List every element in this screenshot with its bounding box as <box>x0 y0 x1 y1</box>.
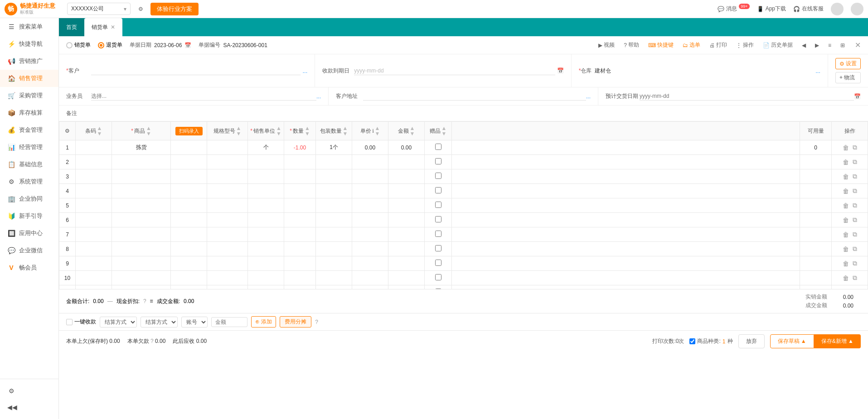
customer-dots[interactable]: ... <box>302 67 307 74</box>
online-service-button[interactable]: 🎧 在线客服 <box>793 5 824 13</box>
delete-row-icon[interactable]: 🗑 <box>843 159 849 166</box>
sidebar-item-member[interactable]: V 畅会员 <box>0 259 58 276</box>
warehouse-dots[interactable]: ... <box>815 67 820 74</box>
copy-row-icon[interactable]: ⧉ <box>853 216 857 224</box>
app-download-button[interactable]: 📱 App下载 <box>757 5 786 13</box>
sidebar-item-basic[interactable]: 📋 基础信息 <box>0 156 58 173</box>
company-selector[interactable]: XXXXXX公司 ▾ <box>67 3 131 15</box>
help-button[interactable]: ? 帮助 <box>621 40 642 50</box>
product-type-field[interactable]: 商品种类: 1 种 <box>689 337 732 345</box>
due-date-input[interactable] <box>354 67 555 75</box>
sidebar-item-finance[interactable]: 💰 资金管理 <box>0 121 58 139</box>
gear-icon[interactable]: ⚙ <box>134 3 147 15</box>
sidebar-item-purchase[interactable]: 🛒 采购管理 <box>0 87 58 104</box>
calendar-icon[interactable]: 📅 <box>184 42 191 48</box>
row-remark[interactable] <box>452 140 800 155</box>
sidebar-collapse[interactable]: ◀◀ <box>0 399 58 415</box>
sidebar-item-system[interactable]: ⚙ 系统管理 <box>0 173 58 190</box>
remark-input[interactable] <box>82 109 861 117</box>
row-amount[interactable]: 0.00 <box>388 140 425 155</box>
col-scan-header[interactable]: 扫码录入 <box>171 122 207 140</box>
sidebar-item-inventory[interactable]: 📦 库存核算 <box>0 104 58 121</box>
sidebar-item-sales[interactable]: 🏠 销售管理 <box>0 70 58 87</box>
salesperson-input[interactable] <box>91 92 316 101</box>
customer-address-dots[interactable]: ... <box>586 93 591 100</box>
row-gift[interactable] <box>425 140 452 155</box>
row-unit[interactable]: 个 <box>248 140 284 155</box>
next-button[interactable]: ▶ <box>812 41 822 50</box>
customer-address-input[interactable] <box>363 92 586 101</box>
copy-row-icon[interactable]: ⧉ <box>853 144 857 151</box>
copy-row-icon[interactable]: ⧉ <box>853 173 857 180</box>
tab-home[interactable]: 首页 <box>59 18 84 36</box>
expense-split-button[interactable]: 费用分摊 <box>280 316 311 327</box>
sidebar-item-wechat[interactable]: 💬 企业微信 <box>0 242 58 259</box>
col-settings-header[interactable]: ⚙ <box>59 122 76 140</box>
delete-row-icon[interactable]: 🗑 <box>843 275 849 282</box>
shortcut-button[interactable]: ⌨ 快捷键 <box>645 40 676 50</box>
form-close-button[interactable]: ✕ <box>855 41 861 49</box>
list-view-button[interactable]: ≡ <box>825 41 834 50</box>
operation-button[interactable]: ⋮ 操作 <box>733 40 756 50</box>
copy-row-icon[interactable]: ⧉ <box>853 245 857 253</box>
help-icon-due[interactable]: ? <box>150 338 154 344</box>
sidebar-item-operation[interactable]: 📊 经营管理 <box>0 139 58 156</box>
copy-row-icon[interactable]: ⧉ <box>853 202 857 209</box>
setting-button[interactable]: ⚙ 设置 <box>835 58 861 69</box>
delivery-date-input[interactable] <box>640 92 854 101</box>
delete-row-icon[interactable]: 🗑 <box>843 144 849 151</box>
message-button[interactable]: 💬 消息 99+ <box>718 5 749 13</box>
delivery-calendar-icon[interactable]: 📅 <box>854 93 861 100</box>
scan-button[interactable]: 扫码录入 <box>175 127 203 135</box>
delete-row-icon[interactable]: 🗑 <box>843 246 849 253</box>
copy-row-icon[interactable]: ⧉ <box>853 260 857 267</box>
row-qty[interactable]: -1.00 <box>284 140 316 155</box>
copy-row-icon[interactable]: ⧉ <box>853 231 857 238</box>
grid-view-button[interactable]: ⊞ <box>838 41 848 50</box>
delete-row-icon[interactable]: 🗑 <box>843 173 849 180</box>
sidebar-settings[interactable]: ⚙ <box>0 383 58 399</box>
trial-button[interactable]: 体验行业方案 <box>150 3 199 15</box>
sidebar-item-marketing[interactable]: 📢 营销推广 <box>0 53 58 70</box>
tab-sales-order[interactable]: 销货单 ✕ <box>84 18 122 36</box>
sidebar-item-appstore[interactable]: 🔲 应用中心 <box>0 225 58 242</box>
one-click-payment-checkbox[interactable]: 一键收款 <box>66 318 96 326</box>
print-button[interactable]: 🖨 打印 <box>707 40 730 50</box>
abandon-button[interactable]: 放弃 <box>738 334 765 348</box>
sidebar-item-enterprise[interactable]: 🏢 企业协同 <box>0 190 58 207</box>
avatar[interactable] <box>831 3 844 15</box>
video-button[interactable]: ▶ 视频 <box>596 40 617 50</box>
logistics-button[interactable]: + 物流 <box>835 72 861 83</box>
radio-sales-order[interactable]: 销货单 <box>66 41 91 49</box>
payment-method-select2[interactable]: 结算方式 <box>141 317 178 327</box>
save-new-button[interactable]: 保存&新增 ▲ <box>814 334 861 348</box>
sidebar-item-guide[interactable]: 🔰 新手引导 <box>0 207 58 225</box>
salesperson-dots[interactable]: ... <box>316 93 321 100</box>
delete-row-icon[interactable]: 🗑 <box>843 217 849 224</box>
row-pkgqty[interactable]: 1个 <box>316 140 352 155</box>
avatar-2[interactable] <box>851 3 863 15</box>
prev-button[interactable]: ◀ <box>799 41 809 50</box>
row-barcode[interactable] <box>76 140 112 155</box>
customer-input[interactable] <box>91 67 301 75</box>
sidebar-item-search[interactable]: ☰ 搜索菜单 <box>0 18 58 35</box>
due-date-calendar-icon[interactable]: 📅 <box>557 67 564 74</box>
product-type-checkbox[interactable] <box>689 338 695 344</box>
row-spec[interactable] <box>207 140 248 155</box>
help-icon-summary[interactable]: ? <box>143 298 146 304</box>
select-button[interactable]: 🗂 选单 <box>680 40 703 50</box>
copy-row-icon[interactable]: ⧉ <box>853 158 857 166</box>
copy-row-icon[interactable]: ⧉ <box>853 187 857 195</box>
delete-row-icon[interactable]: 🗑 <box>843 260 849 267</box>
copy-row-icon[interactable]: ⧉ <box>853 274 857 282</box>
radio-return-order[interactable]: 退货单 <box>98 41 122 49</box>
add-payment-button[interactable]: ⊕ 添加 <box>251 316 276 327</box>
delete-row-icon[interactable]: 🗑 <box>843 202 849 209</box>
payment-help-icon[interactable]: ? <box>315 319 318 325</box>
payment-amount-input[interactable] <box>211 317 247 327</box>
tab-close-icon[interactable]: ✕ <box>111 24 115 30</box>
account-select[interactable]: 账号 <box>181 317 208 327</box>
row-product[interactable]: 拣货 <box>112 140 171 155</box>
save-draft-button[interactable]: 保存草稿 ▲ <box>770 334 814 348</box>
row-price[interactable]: 0.00 <box>352 140 388 155</box>
